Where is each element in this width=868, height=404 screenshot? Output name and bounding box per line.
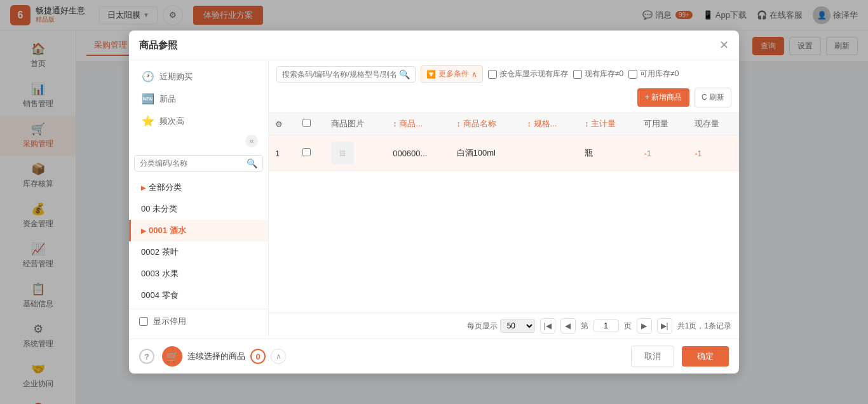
filter-arrow-icon: ∧ <box>471 70 477 79</box>
cart-area: 🛒 连续选择的商品 0 ∧ <box>162 346 623 367</box>
row-image: 🖼 <box>325 135 386 172</box>
col-unit[interactable]: ↕ 主计量 <box>578 113 637 135</box>
prev-page-button[interactable]: ◀ <box>560 318 576 333</box>
row-select-checkbox[interactable] <box>302 148 311 156</box>
quick-item-new[interactable]: 🆕 新品 <box>134 88 263 110</box>
page-number-input[interactable] <box>593 320 619 332</box>
col-spec[interactable]: ↕ 规格... <box>521 113 579 135</box>
table-row[interactable]: 1 🖼 000600... 白酒100ml 瓶 <box>269 135 739 172</box>
category-item-all[interactable]: ▶ 全部分类 <box>129 177 268 198</box>
col-settings: ⚙ <box>269 113 296 135</box>
category-item-00[interactable]: 00 未分类 <box>129 198 268 220</box>
product-search-input[interactable] <box>282 70 397 79</box>
cat-0001-arrow-icon: ▶ <box>141 227 146 234</box>
row-unit: 瓶 <box>578 135 637 172</box>
col-image: 商品图片 <box>325 113 386 135</box>
product-search-icon[interactable]: 🔍 <box>399 69 410 79</box>
quick-access-section: 🕐 近期购买 🆕 新品 ⭐ 频次高 <box>129 65 268 132</box>
dialog-title: 商品参照 <box>139 39 177 51</box>
add-product-button[interactable]: + 新增商品 <box>637 88 689 107</box>
recent-icon: 🕐 <box>142 71 154 83</box>
more-filter-button[interactable]: 🔽 更多条件 ∧ <box>421 65 483 83</box>
last-page-button[interactable]: ▶| <box>657 318 672 333</box>
col-available: 可用量 <box>637 113 688 135</box>
warehouse-stock-checkbox[interactable] <box>488 70 497 79</box>
select-all-checkbox[interactable] <box>302 119 311 127</box>
dialog-close-button[interactable]: ✕ <box>719 38 729 52</box>
dialog-body: 🕐 近期购买 🆕 新品 ⭐ 频次高 « <box>129 60 739 339</box>
available-stock-checkbox-group: 可用库存≠0 <box>628 69 679 79</box>
category-item-0002[interactable]: 0002 茶叶 <box>129 241 268 263</box>
category-search-icon[interactable]: 🔍 <box>247 158 257 168</box>
dialog-footer: ? 🛒 连续选择的商品 0 ∧ 取消 确定 <box>129 339 739 374</box>
filter-icon: 🔽 <box>426 70 436 79</box>
show-disabled-section: 显示停用 <box>129 309 268 333</box>
new-icon: 🆕 <box>142 93 154 105</box>
confirm-button[interactable]: 确定 <box>682 346 729 367</box>
cancel-button[interactable]: 取消 <box>631 346 674 367</box>
cart-icon: 🛒 <box>162 346 182 367</box>
row-stock: -1 <box>688 135 739 172</box>
show-disabled-checkbox[interactable] <box>139 317 148 326</box>
category-list: ▶ 全部分类 00 未分类 ▶ 0001 酒水 0002 茶叶 0003 水果 <box>129 177 268 309</box>
current-stock-checkbox-group: 现有库存≠0 <box>573 69 623 79</box>
product-table: ⚙ 商品图片 ↕ 商品... ↕ 商品名称 ↕ 规格... ↕ 主计量 可用量 … <box>269 113 739 313</box>
category-item-0001[interactable]: ▶ 0001 酒水 <box>129 220 268 241</box>
help-icon[interactable]: ? <box>139 349 154 364</box>
product-image-placeholder-icon: 🖼 <box>339 150 346 157</box>
quick-item-recent[interactable]: 🕐 近期购买 <box>134 65 263 88</box>
category-search-input[interactable] <box>140 159 247 168</box>
dialog-toolbar: 🔍 🔽 更多条件 ∧ 按仓库显示现有库存 现有库存≠0 <box>269 60 739 113</box>
pagination: 每页显示 50 100 200 |◀ ◀ 第 页 ▶ ▶| 共1页，1条记录 <box>269 313 739 339</box>
col-stock: 现存量 <box>688 113 739 135</box>
row-spec <box>521 135 579 172</box>
row-checkbox <box>296 135 325 172</box>
dialog-left-panel: 🕐 近期购买 🆕 新品 ⭐ 频次高 « <box>129 60 269 339</box>
dialog-header: 商品参照 ✕ <box>129 30 739 60</box>
page-size-select[interactable]: 50 100 200 <box>500 319 535 333</box>
quick-item-frequent[interactable]: ⭐ 频次高 <box>134 110 263 132</box>
row-num: 1 <box>269 135 296 172</box>
page-size-section: 每页显示 50 100 200 <box>467 319 535 333</box>
warehouse-checkbox-group: 按仓库显示现有库存 <box>488 69 568 79</box>
refresh-product-button[interactable]: C 刷新 <box>695 88 731 107</box>
col-checkbox <box>296 113 325 135</box>
collapse-footer-button[interactable]: ∧ <box>271 349 286 364</box>
category-search-box: 🔍 <box>134 155 263 172</box>
cart-count-badge: 0 <box>250 349 266 364</box>
row-name: 白酒100ml <box>451 135 521 172</box>
collapse-left-panel-button[interactable]: « <box>245 135 258 147</box>
available-stock-checkbox[interactable] <box>628 70 637 79</box>
category-item-0004[interactable]: 0004 零食 <box>129 285 268 306</box>
dialog-right-panel: 🔍 🔽 更多条件 ∧ 按仓库显示现有库存 现有库存≠0 <box>269 60 739 339</box>
product-search-group: 🔍 <box>276 66 416 83</box>
product-reference-dialog: 商品参照 ✕ 🕐 近期购买 🆕 新品 ⭐ 频次高 <box>129 30 739 374</box>
table-header-row: ⚙ 商品图片 ↕ 商品... ↕ 商品名称 ↕ 规格... ↕ 主计量 可用量 … <box>269 113 739 135</box>
dialog-overlay: 商品参照 ✕ 🕐 近期购买 🆕 新品 ⭐ 频次高 <box>0 0 868 404</box>
row-code: 000600... <box>386 135 450 172</box>
col-code[interactable]: ↕ 商品... <box>386 113 450 135</box>
row-available: -1 <box>637 135 688 172</box>
star-icon: ⭐ <box>142 115 154 127</box>
category-item-0003[interactable]: 0003 水果 <box>129 263 268 285</box>
cat-arrow-icon: ▶ <box>141 184 146 191</box>
first-page-button[interactable]: |◀ <box>540 318 555 333</box>
current-stock-checkbox[interactable] <box>573 70 582 79</box>
col-name[interactable]: ↕ 商品名称 <box>451 113 521 135</box>
next-page-button[interactable]: ▶ <box>637 318 652 333</box>
